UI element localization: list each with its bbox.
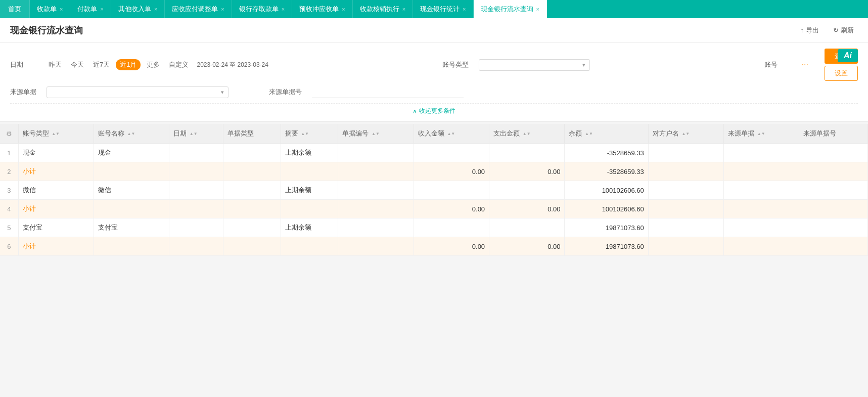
row-num: 5 [0, 218, 18, 237]
ellipsis-button[interactable]: ··· [800, 60, 810, 69]
cell-source_doc_no [799, 181, 868, 200]
ai-badge[interactable]: Ai [838, 49, 858, 62]
cell-account_type: 小计 [18, 200, 94, 218]
cell-doc_type [223, 181, 281, 200]
cell-account_name [94, 200, 169, 218]
close-icon[interactable]: × [154, 6, 157, 12]
row-num: 6 [0, 237, 18, 256]
close-icon[interactable]: × [60, 6, 63, 12]
source-doc-label: 来源单据 [10, 87, 36, 97]
cell-expense [489, 218, 565, 237]
col-doc-no: 单据编号 ▲▼ [338, 124, 414, 144]
date-opt-yesterday[interactable]: 昨天 [45, 59, 65, 70]
date-options: 昨天 今天 近7天 近1月 更多 自定义 2023-02-24 至 2023-0… [45, 59, 268, 70]
nav-tab-8[interactable]: 现金银行流水查询 × [474, 0, 547, 18]
filter-area: 日期 昨天 今天 近7天 近1月 更多 自定义 2023-02-24 至 202… [0, 42, 868, 122]
cell-source_doc [724, 200, 799, 218]
close-icon[interactable]: × [221, 6, 224, 12]
col-balance: 余额 ▲▼ [565, 124, 648, 144]
collapse-icon: ∧ [413, 108, 417, 115]
row-num: 4 [0, 200, 18, 218]
close-icon[interactable]: × [282, 6, 285, 12]
cell-balance: -3528659.33 [565, 144, 648, 162]
cell-source_doc [724, 237, 799, 256]
nav-home[interactable]: 首页 [0, 0, 30, 18]
cell-date [169, 200, 223, 218]
top-nav: 首页 收款单 × 付款单 × 其他收入单 × 应收应付调整单 × 银行存取款单 … [0, 0, 868, 18]
account-type-select[interactable]: ▾ [479, 59, 590, 71]
cell-source_doc_no [799, 162, 868, 181]
col-counterpart: 对方户名 ▲▼ [648, 124, 723, 144]
table-row: 3微信微信上期余额100102606.60 [0, 181, 868, 200]
source-doc-select[interactable]: ▾ [47, 86, 229, 98]
table-row: 1现金现金上期余额-3528659.33 [0, 144, 868, 162]
col-income: 收入金额 ▲▼ [414, 124, 489, 144]
cell-counterpart [648, 181, 723, 200]
cell-balance: 19871073.60 [565, 237, 648, 256]
filter-row-2: 来源单据 ▾ 来源单据号 [10, 86, 858, 98]
cell-expense: 0.00 [489, 200, 565, 218]
cell-summary: 上期余额 [281, 144, 338, 162]
col-date: 日期 ▲▼ [169, 124, 223, 144]
export-button[interactable]: ↑ 导出 [797, 24, 824, 37]
cell-expense [489, 181, 565, 200]
date-opt-more[interactable]: 更多 [144, 59, 163, 70]
nav-tab-4[interactable]: 银行存取款单 × [232, 0, 292, 18]
nav-tab-6[interactable]: 收款核销执行 × [353, 0, 413, 18]
nav-tab-2[interactable]: 其他收入单 × [111, 0, 165, 18]
date-opt-1month[interactable]: 近1月 [116, 59, 141, 70]
cell-account_name: 现金 [94, 144, 169, 162]
table-row: 5支付宝支付宝上期余额19871073.60 [0, 218, 868, 237]
cell-account_type: 现金 [18, 144, 94, 162]
date-label: 日期 [10, 60, 35, 69]
nav-tab-3[interactable]: 应收应付调整单 × [165, 0, 232, 18]
cell-balance: 100102606.60 [565, 181, 648, 200]
cell-expense: 0.00 [489, 237, 565, 256]
nav-tab-7[interactable]: 现金银行统计 × [413, 0, 473, 18]
col-summary: 摘要 ▲▼ [281, 124, 338, 144]
refresh-button[interactable]: ↻ 刷新 [829, 24, 858, 37]
gear-icon[interactable]: ⚙ [6, 130, 12, 138]
table-header-row: ⚙ 账号类型 ▲▼ 账号名称 ▲▼ 日期 ▲▼ 单据类型 摘 [0, 124, 868, 144]
cell-date [169, 144, 223, 162]
close-icon[interactable]: × [100, 6, 103, 12]
cell-summary [281, 200, 338, 218]
source-doc-no-label: 来源单据号 [269, 87, 302, 97]
cell-income [414, 218, 489, 237]
date-range: 2023-02-24 至 2023-03-24 [197, 61, 268, 69]
nav-tab-5[interactable]: 预收冲应收单 × [292, 0, 352, 18]
close-icon[interactable]: × [342, 6, 345, 12]
cell-account_name: 支付宝 [94, 218, 169, 237]
cell-account_name [94, 162, 169, 181]
header-actions: ↑ 导出 ↻ 刷新 [797, 24, 858, 37]
source-doc-no-input[interactable] [312, 86, 464, 98]
col-source-doc-no: 来源单据号 [799, 124, 868, 144]
date-opt-custom[interactable]: 自定义 [166, 59, 192, 70]
table-row: 4小计0.000.00100102606.60 [0, 200, 868, 218]
chevron-down-icon: ▾ [221, 89, 224, 96]
col-settings: ⚙ [0, 124, 18, 144]
page-header: 现金银行流水查询 ↑ 导出 ↻ 刷新 [0, 18, 868, 42]
row-num: 2 [0, 162, 18, 181]
cell-counterpart [648, 218, 723, 237]
cell-summary [281, 162, 338, 181]
account-label: 账号 [764, 60, 790, 69]
close-icon[interactable]: × [402, 6, 405, 12]
cell-income: 0.00 [414, 200, 489, 218]
cell-account_type: 小计 [18, 162, 94, 181]
settings-button[interactable]: 设置 [825, 66, 858, 81]
cell-income [414, 181, 489, 200]
close-icon[interactable]: × [463, 6, 466, 12]
nav-tab-0[interactable]: 收款单 × [30, 0, 70, 18]
date-opt-7days[interactable]: 近7天 [90, 59, 113, 70]
cell-balance: -3528659.33 [565, 162, 648, 181]
cell-doc_type [223, 218, 281, 237]
date-opt-today[interactable]: 今天 [68, 59, 87, 70]
cell-source_doc [724, 162, 799, 181]
cell-summary: 上期余额 [281, 218, 338, 237]
collapse-bar[interactable]: ∧ 收起更多条件 [10, 103, 858, 115]
table-row: 2小计0.000.00-3528659.33 [0, 162, 868, 181]
nav-tab-1[interactable]: 付款单 × [70, 0, 111, 18]
cell-doc_no [338, 144, 414, 162]
close-icon[interactable]: × [536, 6, 539, 12]
